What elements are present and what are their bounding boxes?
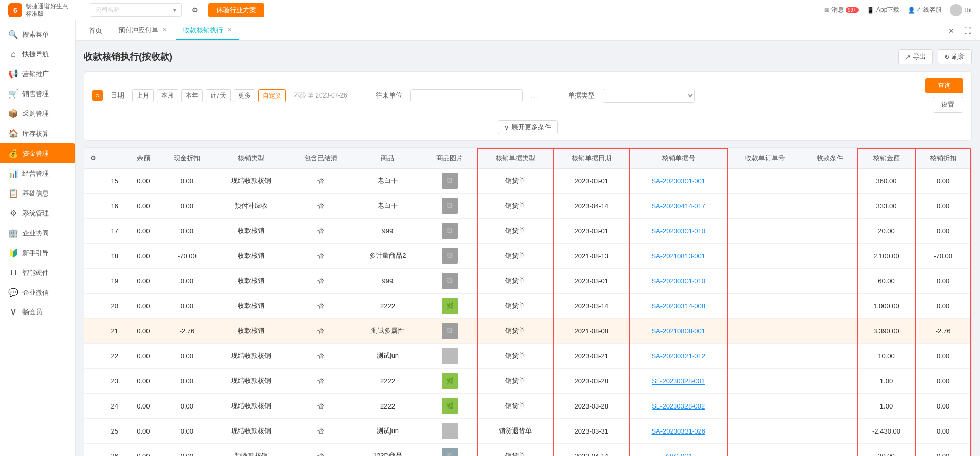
- cell-bill-no[interactable]: SA-20210808-001: [629, 319, 727, 344]
- phone-icon: 📱: [867, 7, 874, 14]
- date-btn-7days[interactable]: 近7天: [206, 89, 231, 102]
- cell-settings[interactable]: [84, 219, 103, 244]
- cell-write-discount: 0.00: [915, 394, 971, 419]
- expand-more-button[interactable]: ∨ 展开更多条件: [498, 120, 558, 134]
- sidebar-item-wechat[interactable]: 💬 企业微信: [0, 282, 75, 302]
- cell-bill-type: 销货单: [477, 444, 553, 457]
- cell-settings[interactable]: [84, 169, 103, 194]
- cell-bill-no[interactable]: SA-20230414-017: [629, 194, 727, 219]
- cell-settings[interactable]: [84, 294, 103, 319]
- cell-write-discount: 0.00: [915, 444, 971, 457]
- counterparty-input[interactable]: [410, 89, 523, 102]
- cell-write-discount: 0.00: [915, 369, 971, 394]
- cell-bill-no[interactable]: SL-20230328-001: [629, 369, 727, 394]
- th-included: 包含已结清: [288, 148, 353, 169]
- th-settings[interactable]: ⚙: [84, 148, 103, 169]
- tab-receipt[interactable]: 收款核销执行 ✕: [176, 21, 239, 40]
- tab-fullscreen-button[interactable]: ⛶: [962, 25, 974, 37]
- tab-prepay[interactable]: 预付冲应付单 ✕: [111, 21, 174, 40]
- cell-discount: 0.00: [160, 419, 214, 444]
- cell-settings[interactable]: [84, 444, 103, 457]
- cell-settings[interactable]: [84, 244, 103, 269]
- corp-icon: 🏢: [8, 228, 18, 238]
- cell-write-discount: 0.00: [915, 269, 971, 294]
- cell-bill-no[interactable]: SA-20230331-026: [629, 419, 727, 444]
- cell-settings[interactable]: [84, 394, 103, 419]
- cell-balance: 0.00: [127, 244, 160, 269]
- export-button[interactable]: ↗ 导出: [898, 49, 933, 64]
- user-info[interactable]: Rit: [950, 4, 972, 16]
- sidebar-item-sales[interactable]: 🛒 销售管理: [0, 84, 75, 104]
- tab-close-all-button[interactable]: ✕: [945, 25, 958, 37]
- cell-balance: 0.00: [127, 419, 160, 444]
- table-row: 23 0.00 0.00 现结收款核销 否 2222 🌿 销货单 2023-03…: [84, 369, 971, 394]
- top-bar-mid: 公司名称 ▾ ⚙ 休验行业方案: [90, 3, 818, 17]
- cell-bill-no[interactable]: SA-20230301-010: [629, 219, 727, 244]
- cell-settings[interactable]: [84, 344, 103, 369]
- cell-receipt-no: [727, 219, 803, 244]
- cell-bill-no[interactable]: SA-20210813-001: [629, 244, 727, 269]
- cell-settings[interactable]: [84, 319, 103, 344]
- query-button[interactable]: 查询: [925, 78, 963, 93]
- sidebar-item-corp[interactable]: 🏢 企业协同: [0, 223, 75, 243]
- date-btn-last-month[interactable]: 上月: [132, 89, 154, 102]
- th-bill-no: 核销单据号: [629, 148, 727, 169]
- sidebar-item-shortcut[interactable]: ⌂ 快捷导航: [0, 44, 75, 64]
- sidebar-item-inventory[interactable]: 🏠 库存核算: [0, 124, 75, 143]
- sidebar-item-basic[interactable]: 📋 基础信息: [0, 183, 75, 203]
- cell-settings[interactable]: [84, 269, 103, 294]
- sidebar-item-hardware[interactable]: 🖥 智能硬件: [0, 263, 75, 282]
- th-bill-type: 核销单据类型: [477, 148, 553, 169]
- sidebar-item-operation[interactable]: 📊 经营管理: [0, 163, 75, 183]
- th-goods-img: 商品图片: [423, 148, 477, 169]
- cell-bill-no[interactable]: SA-20230321-012: [629, 344, 727, 369]
- gear-button[interactable]: ⚙: [188, 3, 202, 17]
- table-scroll[interactable]: ⚙ 余额 现金折扣 核销类型 包含已结清 商品 商品图片 核销单据类型 核销单据…: [84, 148, 971, 456]
- online-service-button[interactable]: 👤 在线客服: [908, 6, 942, 14]
- cell-goods-img: 🖼: [423, 269, 477, 294]
- sidebar-item-finance[interactable]: 💰 资金管理: [0, 143, 75, 163]
- cell-seq: 25: [103, 419, 127, 444]
- company-select[interactable]: 公司名称 ▾: [90, 3, 182, 17]
- date-btn-more[interactable]: 更多: [234, 89, 255, 102]
- cell-bill-no[interactable]: SA-20230301-010: [629, 269, 727, 294]
- app-download-button[interactable]: 📱 App下载: [867, 6, 899, 14]
- cell-included: 否: [288, 294, 353, 319]
- cell-balance: 0.00: [127, 294, 160, 319]
- tab-home[interactable]: 首页: [82, 22, 109, 39]
- cell-bill-no[interactable]: SL-20230328-002: [629, 394, 727, 419]
- sidebar-item-purchase[interactable]: 📦 采购管理: [0, 104, 75, 124]
- sidebar-item-marketing[interactable]: 📢 营销推广: [0, 64, 75, 84]
- expand-more-row: ∨ 展开更多条件: [92, 120, 963, 134]
- cell-balance: 0.00: [127, 169, 160, 194]
- date-btn-custom[interactable]: 自定义: [258, 89, 286, 102]
- cell-settings[interactable]: [84, 194, 103, 219]
- date-btn-this-year[interactable]: 本年: [181, 89, 203, 102]
- sidebar-item-guide[interactable]: 🔰 新手引导: [0, 243, 75, 263]
- refresh-button[interactable]: ↻ 刷新: [938, 49, 972, 64]
- cell-receipt-no: [727, 344, 803, 369]
- cell-settings[interactable]: [84, 419, 103, 444]
- message-button[interactable]: ✉ 消息 99+: [824, 6, 859, 14]
- th-bill-date: 核销单据日期: [553, 148, 629, 169]
- cell-receipt-no: [727, 369, 803, 394]
- avatar: [950, 4, 962, 16]
- cell-bill-no[interactable]: SA-20230301-001: [629, 169, 727, 194]
- bill-type-select[interactable]: [603, 89, 695, 103]
- cell-goods-img: 🌿: [423, 369, 477, 394]
- cell-bill-no[interactable]: ABC-001: [629, 444, 727, 457]
- filter-expand-arrow[interactable]: »: [92, 90, 103, 101]
- date-btn-this-month[interactable]: 本月: [157, 89, 178, 102]
- sidebar-item-member[interactable]: V 畅会员: [0, 302, 75, 322]
- marketing-icon: 📢: [8, 69, 18, 79]
- sidebar-item-search[interactable]: 🔍 搜索菜单: [0, 25, 75, 44]
- industry-button[interactable]: 休验行业方案: [208, 3, 264, 17]
- cell-included: 否: [288, 169, 353, 194]
- tab-receipt-close[interactable]: ✕: [227, 27, 232, 33]
- tab-prepay-close[interactable]: ✕: [162, 27, 167, 33]
- settings-button[interactable]: 设置: [933, 97, 963, 113]
- sidebar-item-system[interactable]: ⚙ 系统管理: [0, 203, 75, 223]
- cell-bill-no[interactable]: SA-20230314-008: [629, 294, 727, 319]
- cell-receipt-no: [727, 169, 803, 194]
- cell-settings[interactable]: [84, 369, 103, 394]
